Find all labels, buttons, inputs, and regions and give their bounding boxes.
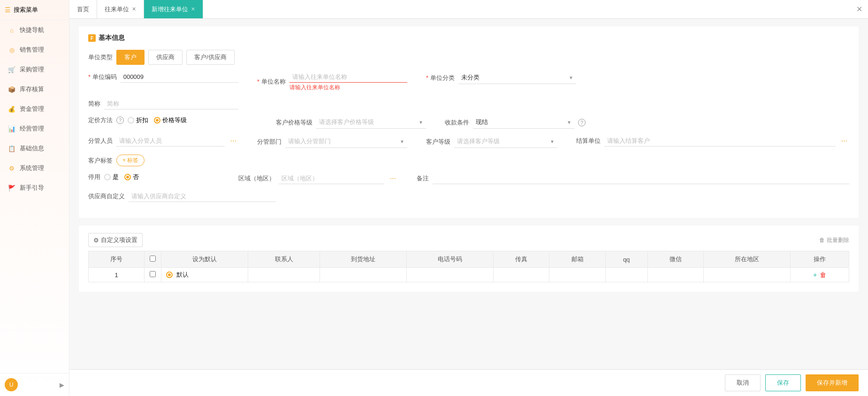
default-label: 默认 xyxy=(176,271,189,279)
tab-partners-close[interactable]: ✕ xyxy=(132,6,136,12)
disabled-no-radio[interactable]: 否 xyxy=(124,173,139,181)
supplier-btn[interactable]: 供应商 xyxy=(148,50,183,65)
region-more-icon[interactable]: ··· xyxy=(388,174,398,183)
custom-settings-button[interactable]: ⚙ 自定义项设置 xyxy=(88,233,143,247)
sidebar-item-operations[interactable]: 📊 经营管理 xyxy=(0,119,69,139)
th-seq: 序号 xyxy=(89,251,145,268)
department-label: 分管部门 xyxy=(257,138,282,146)
unit-category-select[interactable]: 未分类 ▼ xyxy=(458,71,576,84)
search-menu[interactable]: ☰ 搜索菜单 xyxy=(0,0,69,20)
settlement-more-icon[interactable]: ··· xyxy=(839,137,849,145)
disabled-yes-radio[interactable]: 是 xyxy=(104,173,119,181)
row-checkbox[interactable] xyxy=(150,271,156,277)
payment-help-icon[interactable]: ? xyxy=(578,119,586,126)
pricing-method-label: 定价方法 xyxy=(88,116,113,124)
add-tag-button[interactable]: + 标签 xyxy=(116,155,145,166)
sidebar-item-inventory[interactable]: 📦 库存核算 xyxy=(0,79,69,99)
discount-label: 折扣 xyxy=(136,116,148,124)
chevron-down-icon: ▼ xyxy=(567,120,571,125)
default-radio-circle xyxy=(166,272,173,278)
th-phone: 电话号码 xyxy=(406,251,493,268)
save-new-button[interactable]: 保存并新增 xyxy=(806,374,859,391)
remark-input[interactable] xyxy=(433,173,849,184)
sidebar-item-label: 库存核算 xyxy=(20,85,44,93)
row-actions: + 🗑 xyxy=(791,268,849,282)
row-check xyxy=(145,268,161,282)
customer-btn[interactable]: 客户 xyxy=(116,50,145,65)
contacts-table: 序号 设为默认 联系人 到货地址 电话号码 传真 邮箱 qq 微信 所在地区 操… xyxy=(88,251,849,282)
table-body: 1 默认 xyxy=(89,268,849,282)
row-delete-button[interactable]: 🗑 xyxy=(820,271,826,279)
row-action-group: + 🗑 xyxy=(795,271,844,279)
customer-price-select[interactable]: 请选择客户价格等级 ▼ xyxy=(316,116,426,129)
tab-new-partner-close[interactable]: ✕ xyxy=(191,6,195,12)
chevron-down-icon: ▼ xyxy=(400,139,404,144)
manager-input[interactable] xyxy=(116,135,225,147)
sidebar-item-label: 资金管理 xyxy=(20,105,44,113)
tab-home[interactable]: 首页 xyxy=(69,0,97,18)
row-qq xyxy=(605,268,647,282)
expand-icon: ▶ xyxy=(60,381,64,388)
unit-name-input[interactable] xyxy=(289,71,407,83)
unit-type-buttons: 客户 供应商 客户/供应商 xyxy=(116,50,235,65)
manager-more-icon[interactable]: ··· xyxy=(228,137,238,145)
customer-level-item: 客户等级 请选择客户等级 ▼ xyxy=(426,135,557,148)
sidebar-item-sales[interactable]: ◎ 销售管理 xyxy=(0,40,69,60)
tab-partners[interactable]: 往来单位 ✕ xyxy=(97,0,144,18)
section-title-icon: F xyxy=(88,34,96,42)
cancel-button[interactable]: 取消 xyxy=(725,374,761,391)
tab-new-partner[interactable]: 新增往来单位 ✕ xyxy=(144,0,203,18)
window-close-button[interactable]: ✕ xyxy=(851,0,868,18)
pricing-help-icon[interactable]: ? xyxy=(116,116,124,124)
supplier-custom-label: 供应商自定义 xyxy=(88,192,125,201)
settlement-input[interactable] xyxy=(604,135,836,147)
sidebar-item-guide[interactable]: 🚩 新手引导 xyxy=(0,178,69,198)
add-tag-label: + 标签 xyxy=(122,156,138,164)
tag-item: 客户标签 + 标签 xyxy=(88,155,849,166)
sidebar-item-finance[interactable]: 💰 资金管理 xyxy=(0,99,69,119)
customer-price-label: 客户价格等级 xyxy=(276,118,312,127)
customer-level-select[interactable]: 请选择客户等级 ▼ xyxy=(454,135,557,148)
row-default-radio[interactable]: 默认 xyxy=(166,271,243,279)
supplier-custom-input[interactable] xyxy=(129,191,276,202)
payment-terms-select[interactable]: 现结 ▼ xyxy=(473,116,574,129)
row-seq: 1 xyxy=(89,268,145,282)
th-contact: 联系人 xyxy=(248,251,320,268)
th-region: 所在地区 xyxy=(703,251,790,268)
section-title: F 基本信息 xyxy=(88,34,849,42)
row-add-button[interactable]: + xyxy=(813,271,817,279)
batch-delete-button[interactable]: 🗑 批量删除 xyxy=(819,236,849,244)
sidebar-item-basic[interactable]: 📋 基础信息 xyxy=(0,139,69,158)
pricing-level-radio[interactable]: 价格等级 xyxy=(154,116,187,124)
department-select[interactable]: 请输入分管部门 ▼ xyxy=(285,135,407,148)
unit-code-input[interactable] xyxy=(121,71,238,83)
unit-code-item: 单位编码 xyxy=(88,71,238,83)
unit-type-item: 单位类型 客户 供应商 客户/供应商 xyxy=(88,50,849,65)
table-actions: ⚙ 自定义项设置 🗑 批量删除 xyxy=(88,233,849,247)
table-section: ⚙ 自定义项设置 🗑 批量删除 序号 设为默认 联系人 到货地址 电 xyxy=(79,225,859,292)
customer-level-label: 客户等级 xyxy=(426,138,450,146)
unit-category-label: 单位分类 xyxy=(426,74,455,82)
select-all-checkbox[interactable] xyxy=(150,256,156,262)
manager-item: 分管人员 ··· xyxy=(88,135,238,147)
finance-icon: 💰 xyxy=(8,105,16,113)
save-button[interactable]: 保存 xyxy=(765,374,801,391)
department-item: 分管部门 请输入分管部门 ▼ xyxy=(257,135,407,148)
tab-bar: 首页 往来单位 ✕ 新增往来单位 ✕ ✕ xyxy=(69,0,868,19)
sidebar-item-system[interactable]: ⚙ 系统管理 xyxy=(0,158,69,178)
sidebar-item-purchase[interactable]: 🛒 采购管理 xyxy=(0,60,69,79)
department-placeholder: 请输入分管部门 xyxy=(288,137,331,146)
pricing-discount-radio[interactable]: 折扣 xyxy=(128,116,148,124)
short-name-input[interactable] xyxy=(104,98,238,109)
sidebar-item-label: 新手引导 xyxy=(20,184,44,192)
customer-price-placeholder: 请选择客户价格等级 xyxy=(319,118,374,126)
th-qq: qq xyxy=(605,251,647,268)
level-label: 价格等级 xyxy=(162,116,187,124)
both-btn[interactable]: 客户/供应商 xyxy=(186,50,235,65)
unit-name-label: 单位名称 xyxy=(257,78,286,86)
sidebar-item-quick-nav[interactable]: ⌂ 快捷导航 xyxy=(0,20,69,40)
table-row: 1 默认 xyxy=(89,268,849,282)
th-check xyxy=(145,251,161,268)
region-input[interactable] xyxy=(279,173,384,184)
unit-name-error: 请输入往来单位名称 xyxy=(289,84,407,92)
